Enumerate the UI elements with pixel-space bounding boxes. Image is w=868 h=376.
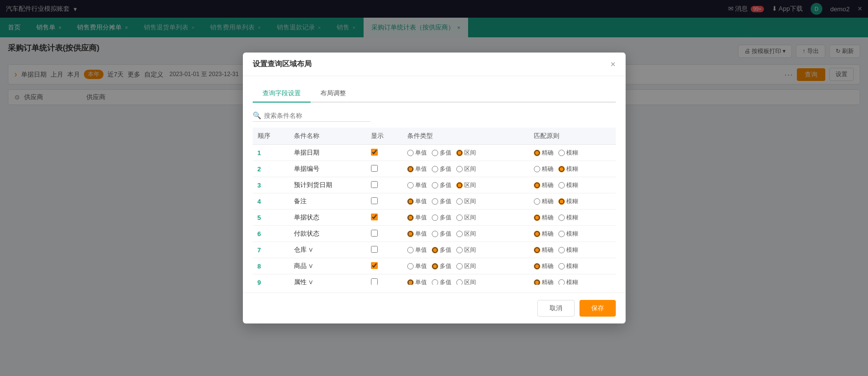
match-radio-模糊[interactable] (558, 279, 565, 285)
type-option-区间[interactable]: 区间 (456, 278, 476, 285)
type-option-单值[interactable]: 单值 (407, 197, 427, 206)
type-radio-区间[interactable] (456, 247, 463, 253)
type-radio-多值[interactable] (432, 198, 438, 205)
match-option-精确[interactable]: 精确 (534, 230, 553, 238)
display-checkbox[interactable] (371, 149, 378, 156)
match-radio-模糊[interactable] (558, 198, 565, 205)
match-radio-精确[interactable] (534, 263, 540, 269)
type-radio-区间[interactable] (456, 279, 463, 285)
type-radio-多值[interactable] (432, 150, 438, 156)
match-option-精确[interactable]: 精确 (534, 214, 553, 222)
type-option-区间[interactable]: 区间 (456, 181, 476, 189)
search-input[interactable] (264, 112, 362, 119)
type-option-单值[interactable]: 单值 (407, 278, 427, 285)
display-checkbox[interactable] (371, 181, 378, 188)
match-radio-模糊[interactable] (558, 150, 565, 156)
match-radio-模糊[interactable] (558, 166, 565, 172)
type-radio-区间[interactable] (456, 182, 463, 188)
type-radio-单值[interactable] (407, 166, 414, 172)
type-radio-单值[interactable] (407, 247, 414, 253)
type-radio-多值[interactable] (432, 231, 438, 237)
match-radio-精确[interactable] (534, 166, 540, 172)
save-button[interactable]: 保存 (579, 300, 616, 317)
type-radio-区间[interactable] (456, 198, 463, 205)
match-option-模糊[interactable]: 模糊 (558, 230, 578, 238)
display-checkbox[interactable] (371, 214, 378, 220)
match-option-精确[interactable]: 精确 (534, 262, 553, 270)
match-radio-模糊[interactable] (558, 231, 565, 237)
type-radio-区间[interactable] (456, 215, 463, 221)
type-option-多值[interactable]: 多值 (432, 278, 451, 285)
type-radio-单值[interactable] (407, 198, 414, 205)
type-radio-区间[interactable] (456, 166, 463, 172)
match-radio-精确[interactable] (534, 182, 540, 188)
type-radio-区间[interactable] (456, 231, 463, 237)
type-radio-区间[interactable] (456, 150, 463, 156)
dialog-close-button[interactable]: × (610, 60, 616, 69)
cancel-button[interactable]: 取消 (537, 300, 575, 317)
type-radio-单值[interactable] (407, 279, 414, 285)
match-option-精确[interactable]: 精确 (534, 181, 553, 189)
type-option-多值[interactable]: 多值 (432, 262, 451, 270)
type-radio-单值[interactable] (407, 182, 414, 188)
type-option-单值[interactable]: 单值 (407, 165, 427, 173)
match-option-模糊[interactable]: 模糊 (558, 181, 578, 189)
match-option-精确[interactable]: 精确 (534, 246, 553, 254)
type-radio-单值[interactable] (407, 231, 414, 237)
match-radio-模糊[interactable] (558, 247, 565, 253)
type-option-区间[interactable]: 区间 (456, 197, 476, 206)
type-option-多值[interactable]: 多值 (432, 246, 451, 254)
type-radio-单值[interactable] (407, 263, 414, 269)
tab-query-fields[interactable]: 查询字段设置 (253, 85, 311, 103)
type-option-区间[interactable]: 区间 (456, 230, 476, 238)
type-radio-多值[interactable] (432, 263, 438, 269)
type-option-多值[interactable]: 多值 (432, 181, 451, 189)
display-checkbox[interactable] (371, 262, 378, 269)
type-radio-单值[interactable] (407, 215, 414, 221)
type-option-单值[interactable]: 单值 (407, 246, 427, 254)
type-option-多值[interactable]: 多值 (432, 230, 451, 238)
match-radio-精确[interactable] (534, 279, 540, 285)
match-radio-精确[interactable] (534, 150, 540, 156)
match-radio-精确[interactable] (534, 198, 540, 205)
match-option-模糊[interactable]: 模糊 (558, 197, 578, 206)
type-radio-多值[interactable] (432, 247, 438, 253)
type-option-区间[interactable]: 区间 (456, 149, 476, 157)
type-option-区间[interactable]: 区间 (456, 165, 476, 173)
match-option-精确[interactable]: 精确 (534, 197, 553, 206)
match-radio-模糊[interactable] (558, 215, 565, 221)
type-radio-多值[interactable] (432, 215, 438, 221)
tab-layout[interactable]: 布局调整 (311, 85, 356, 103)
match-radio-精确[interactable] (534, 247, 540, 253)
type-radio-多值[interactable] (432, 182, 438, 188)
type-radio-多值[interactable] (432, 279, 438, 285)
match-option-模糊[interactable]: 模糊 (558, 246, 578, 254)
match-option-模糊[interactable]: 模糊 (558, 165, 578, 173)
match-radio-模糊[interactable] (558, 182, 565, 188)
type-option-多值[interactable]: 多值 (432, 197, 451, 206)
type-option-单值[interactable]: 单值 (407, 214, 427, 222)
type-option-单值[interactable]: 单值 (407, 149, 427, 157)
match-option-精确[interactable]: 精确 (534, 278, 553, 285)
match-radio-精确[interactable] (534, 231, 540, 237)
display-checkbox[interactable] (371, 278, 378, 285)
display-checkbox[interactable] (371, 197, 378, 204)
type-option-多值[interactable]: 多值 (432, 149, 451, 157)
type-option-区间[interactable]: 区间 (456, 214, 476, 222)
type-option-区间[interactable]: 区间 (456, 262, 476, 270)
type-option-单值[interactable]: 单值 (407, 181, 427, 189)
type-option-区间[interactable]: 区间 (456, 246, 476, 254)
match-radio-精确[interactable] (534, 215, 540, 221)
type-option-单值[interactable]: 单值 (407, 230, 427, 238)
match-option-精确[interactable]: 精确 (534, 165, 553, 173)
match-option-模糊[interactable]: 模糊 (558, 262, 578, 270)
match-option-模糊[interactable]: 模糊 (558, 149, 578, 157)
match-option-精确[interactable]: 精确 (534, 149, 553, 157)
display-checkbox[interactable] (371, 230, 378, 237)
match-radio-模糊[interactable] (558, 263, 565, 269)
display-checkbox[interactable] (371, 165, 378, 172)
type-radio-区间[interactable] (456, 263, 463, 269)
type-option-单值[interactable]: 单值 (407, 262, 427, 270)
display-checkbox[interactable] (371, 246, 378, 253)
type-option-多值[interactable]: 多值 (432, 165, 451, 173)
